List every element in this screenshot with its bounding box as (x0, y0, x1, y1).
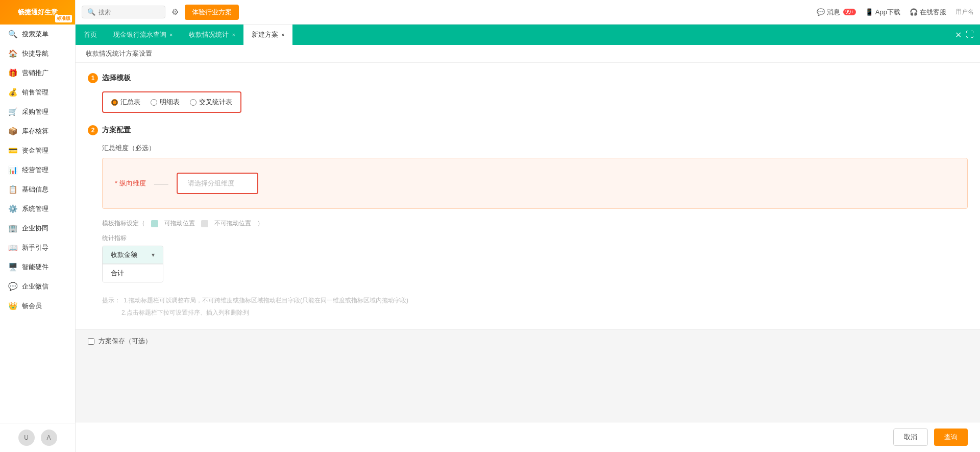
radio-group: 汇总表 明细表 交叉统计表 (111, 98, 232, 107)
stats-table-wrap: 统计指标 收款金额 ▾ 合计 (102, 234, 163, 284)
query-button[interactable]: 查询 (934, 429, 968, 446)
sidebar-label-member: 畅会员 (22, 301, 42, 311)
page-area: 收款情况统计方案设置 1 选择模板 汇总表 (76, 45, 980, 452)
guide-icon: 📖 (8, 243, 18, 252)
close-tab-btn[interactable]: ✕ (955, 30, 962, 40)
topbar: 🔍 ⚙ 体验行业方案 💬 消息 99+ 📱 App下载 🎧 在线客服 用户名 (76, 0, 980, 25)
tab-label-collection: 收款情况统计 (189, 30, 229, 39)
radio-detail-input[interactable] (151, 99, 157, 106)
radio-cross-input[interactable] (190, 99, 197, 106)
footer-bar: 取消 查询 (76, 422, 980, 452)
radio-summary-label: 汇总表 (120, 98, 140, 107)
step2-content: 汇总维度（必选） * 纵向维度 —— 请选择分组维度 模板指标设定（ 可拖动位置… (102, 144, 968, 319)
sidebar-label-purchase: 采购管理 (22, 107, 48, 116)
draggable-icon (151, 220, 158, 227)
sidebar-label-inventory: 库存核算 (22, 127, 48, 136)
service-btn[interactable]: 🎧 在线客服 (910, 8, 946, 17)
metrics-container: 统计指标 收款金额 ▾ 合计 (102, 234, 968, 284)
app-name: 畅捷通好生意 (18, 8, 58, 17)
sidebar-item-enterprise[interactable]: 🏢企业协同 (0, 219, 75, 238)
download-label: App下载 (875, 8, 900, 17)
sidebar-item-smart-hw[interactable]: 🖥️智能硬件 (0, 257, 75, 277)
breadcrumb: 收款情况统计方案设置 (76, 45, 980, 63)
sidebar-item-member[interactable]: 👑畅会员 (0, 296, 75, 316)
sidebar-item-finance[interactable]: 💳资金管理 (0, 141, 75, 160)
metrics-close: ） (257, 219, 263, 228)
base-info-icon: 📋 (8, 185, 18, 194)
tab-close-collection[interactable]: × (232, 32, 235, 38)
tip-1-text: 1.拖动标题栏可以调整布局，不可跨维度或指标区域拖动栏目字段(只能在同一维度或指… (124, 294, 408, 306)
sidebar-label-wechat: 企业微信 (22, 282, 48, 291)
tip-2: 2.点击标题栏下拉可设置排序、插入列和删除列 (102, 306, 968, 319)
sidebar-item-system[interactable]: ⚙️系统管理 (0, 199, 75, 219)
chevron-down-icon[interactable]: ▾ (152, 251, 155, 258)
sidebar-item-base-info[interactable]: 📋基础信息 (0, 180, 75, 199)
tab-close-bank[interactable]: × (169, 32, 173, 38)
save-section: 方案保存（可选） (76, 329, 980, 353)
step2-title: 方案配置 (102, 126, 131, 135)
purchase-icon: 🛒 (8, 107, 18, 116)
radio-cross[interactable]: 交叉统计表 (190, 98, 232, 107)
finance-icon: 💳 (8, 146, 18, 155)
radio-cross-label: 交叉统计表 (199, 98, 232, 107)
tab-collection[interactable]: 收款情况统计× (181, 25, 243, 45)
sidebar-item-purchase[interactable]: 🛒采购管理 (0, 102, 75, 122)
tab-home[interactable]: 首页 (76, 25, 105, 45)
message-btn[interactable]: 💬 消息 99+ (817, 8, 856, 17)
sidebar-item-operations[interactable]: 📊经营管理 (0, 160, 75, 180)
user-avatar2: A (41, 430, 57, 446)
topbar-search[interactable]: 🔍 (82, 6, 165, 18)
smart-hw-icon: 🖥️ (8, 263, 18, 272)
sidebar-label-marketing: 营销推广 (22, 68, 48, 78)
tips-section: 提示： 1.拖动标题栏可以调整布局，不可跨维度或指标区域拖动栏目字段(只能在同一… (102, 294, 968, 319)
dimension-select[interactable]: 请选择分组维度 (177, 173, 258, 194)
sidebar-item-guide[interactable]: 📖新手引导 (0, 238, 75, 257)
save-label[interactable]: 方案保存（可选） (99, 337, 152, 346)
tab-new-plan[interactable]: 新建方案× (243, 25, 292, 45)
main-area: 🔍 ⚙ 体验行业方案 💬 消息 99+ 📱 App下载 🎧 在线客服 用户名 首… (76, 0, 980, 452)
col-header-label: 收款金额 (111, 250, 137, 259)
tab-label-bank: 现金银行流水查询 (113, 30, 166, 39)
download-icon: 📱 (865, 8, 873, 16)
metrics-col-header[interactable]: 收款金额 ▾ (103, 246, 163, 264)
sidebar-item-quick-nav[interactable]: 🏠快捷导航 (0, 44, 75, 63)
message-icon: 💬 (817, 8, 825, 16)
tabbar: 首页现金银行流水查询×收款情况统计×新建方案× ✕ ⛶ (76, 25, 980, 45)
step1-title: 选择模板 (102, 74, 131, 83)
no-draggable-icon (201, 220, 208, 227)
radio-detail[interactable]: 明细表 (151, 98, 180, 107)
sidebar-item-sales[interactable]: 💰销售管理 (0, 83, 75, 102)
sidebar-item-wechat[interactable]: 💬企业微信 (0, 277, 75, 296)
inventory-icon: 📦 (8, 127, 18, 136)
sidebar-item-inventory[interactable]: 📦库存核算 (0, 122, 75, 141)
tabbar-actions: ✕ ⛶ (955, 30, 980, 40)
tab-bank[interactable]: 现金银行流水查询× (105, 25, 181, 45)
save-checkbox[interactable] (88, 338, 94, 345)
dimension-row: * 纵向维度 —— 请选择分组维度 (115, 173, 258, 194)
cancel-button[interactable]: 取消 (893, 429, 928, 446)
gear-icon[interactable]: ⚙ (172, 7, 179, 17)
expand-tab-btn[interactable]: ⛶ (966, 30, 974, 39)
radio-summary[interactable]: 汇总表 (111, 98, 140, 107)
sidebar-label-sales: 销售管理 (22, 88, 48, 97)
app-version: 标准版 (55, 15, 72, 22)
metrics-label: 模板指标设定（ (102, 219, 145, 228)
radio-summary-input[interactable] (111, 99, 118, 106)
sidebar-label-system: 系统管理 (22, 204, 48, 213)
tip-prefix: 提示： (102, 294, 120, 306)
download-btn[interactable]: 📱 App下载 (865, 8, 900, 17)
sidebar-item-search[interactable]: 🔍搜索菜单 (0, 25, 75, 44)
sidebar-label-guide: 新手引导 (22, 243, 48, 252)
sidebar-item-marketing[interactable]: 🎁营销推广 (0, 63, 75, 83)
no-draggable-text: 不可拖动位置 (214, 219, 251, 228)
vertical-label: * 纵向维度 (115, 179, 146, 188)
sidebar-label-smart-hw: 智能硬件 (22, 263, 48, 272)
industry-btn[interactable]: 体验行业方案 (185, 5, 239, 20)
service-icon: 🎧 (910, 8, 918, 16)
tip-2-text: 2.点击标题栏下拉可设置排序、插入列和删除列 (121, 306, 249, 319)
tip-1: 提示： 1.拖动标题栏可以调整布局，不可跨维度或指标区域拖动栏目字段(只能在同一… (102, 294, 968, 306)
marketing-icon: 🎁 (8, 68, 18, 78)
stats-label: 统计指标 (102, 234, 163, 243)
tab-close-new-plan[interactable]: × (281, 32, 284, 38)
search-input[interactable] (99, 9, 160, 16)
